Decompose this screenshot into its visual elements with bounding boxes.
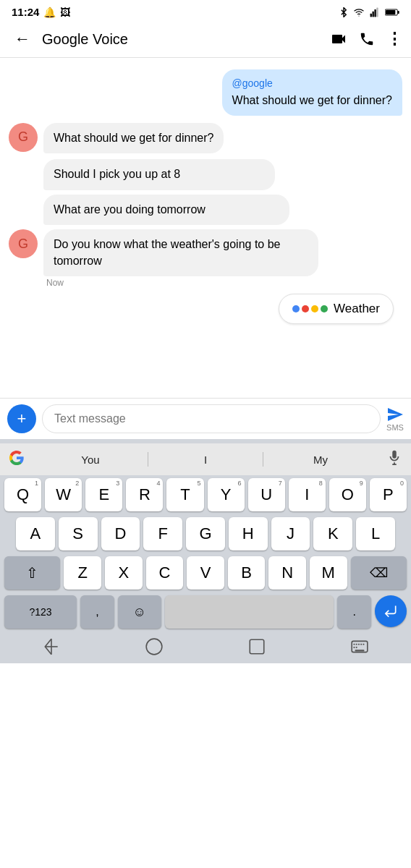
add-icon: + <box>17 409 27 428</box>
signal-icon <box>369 7 381 17</box>
add-button[interactable]: + <box>7 404 36 433</box>
dot-yellow <box>311 305 318 312</box>
key-symbols[interactable]: ?123 <box>4 595 77 629</box>
key-m[interactable]: M <box>310 556 347 590</box>
status-right <box>339 7 399 17</box>
suggestion-label: Weather <box>334 302 380 316</box>
bottom-nav <box>0 631 411 663</box>
key-y[interactable]: Y6 <box>208 478 245 511</box>
key-space[interactable] <box>165 595 334 629</box>
google-g-icon <box>9 450 25 469</box>
received-bubble-4: Do you know what the weather's going to … <box>43 229 318 276</box>
keyboard-suggestions-row: You I My <box>0 443 411 475</box>
chat-area: @google What should we get for dinner? G… <box>0 58 411 398</box>
back-button[interactable]: ← <box>9 27 36 51</box>
key-h[interactable]: H <box>229 517 268 550</box>
svg-rect-5 <box>398 11 399 14</box>
message-row-received-1: G What should we get for dinner? <box>9 123 402 153</box>
avatar-g: G <box>9 123 38 152</box>
status-bar: 11:24 🔔 🖼 <box>0 0 411 21</box>
key-k[interactable]: K <box>313 517 352 550</box>
svg-rect-2 <box>374 9 376 17</box>
key-e[interactable]: E3 <box>85 478 122 511</box>
key-j[interactable]: J <box>271 517 310 550</box>
app-bar-actions: ⋮ <box>330 30 402 48</box>
message-row-sent-1: @google What should we get for dinner? <box>9 69 402 116</box>
send-icon <box>386 406 404 423</box>
key-r[interactable]: R4 <box>126 478 163 511</box>
status-left: 11:24 🔔 🖼 <box>12 6 70 18</box>
notification-icon: 🔔 <box>43 7 56 18</box>
key-shift[interactable]: ⇧ <box>4 556 60 590</box>
received-bubble-3: What are you doing tomorrow <box>43 195 289 225</box>
key-a[interactable]: A <box>16 517 55 550</box>
wifi-icon <box>353 7 365 17</box>
google-dots <box>292 305 328 312</box>
sent-bubble-1: @google What should we get for dinner? <box>222 69 402 116</box>
svg-rect-3 <box>376 7 378 17</box>
key-q[interactable]: Q1 <box>4 478 41 511</box>
key-enter[interactable] <box>375 595 407 627</box>
received-bubble-2: Should I pick you up at 8 <box>43 159 275 190</box>
key-emoji[interactable]: ☺ <box>118 595 161 629</box>
key-z[interactable]: Z <box>64 556 101 590</box>
send-label: SMS <box>386 423 404 432</box>
svg-rect-12 <box>250 639 264 654</box>
key-v[interactable]: V <box>187 556 224 590</box>
svg-rect-1 <box>373 11 374 17</box>
key-g[interactable]: G <box>186 517 225 550</box>
google-suggestion-bubble[interactable]: Weather <box>279 294 394 324</box>
key-w[interactable]: W2 <box>45 478 82 511</box>
key-b[interactable]: B <box>228 556 266 590</box>
nav-back-icon[interactable] <box>42 637 61 656</box>
status-time: 11:24 <box>12 6 39 18</box>
bluetooth-icon <box>339 7 349 17</box>
phone-icon[interactable] <box>359 31 375 47</box>
key-backspace[interactable]: ⌫ <box>351 556 407 590</box>
mic-icon[interactable] <box>386 449 402 469</box>
at-google-label: @google <box>232 77 392 91</box>
key-l[interactable]: L <box>356 517 395 550</box>
text-message-input[interactable] <box>42 404 381 433</box>
key-comma[interactable]: , <box>80 595 114 629</box>
send-button[interactable]: SMS <box>386 406 404 432</box>
key-f[interactable]: F <box>143 517 182 550</box>
sent-message-text-1: What should we get for dinner? <box>232 93 392 109</box>
keyboard-row-3: ⇧ Z X C V B N M ⌫ <box>0 553 411 592</box>
key-period[interactable]: . <box>337 595 371 629</box>
dot-red <box>302 305 309 312</box>
message-time: Now <box>46 278 318 288</box>
keyboard: You I My Q1 W2 E3 R4 T5 Y6 U7 I8 O9 P0 A… <box>0 439 411 663</box>
avatar-g-2: G <box>9 229 38 258</box>
suggestion-you[interactable]: You <box>33 452 148 467</box>
keyboard-row-4: ?123 , ☺ . <box>0 592 411 631</box>
key-t[interactable]: T5 <box>166 478 203 511</box>
received-bubble-1: What should we get for dinner? <box>43 123 224 153</box>
more-options-icon[interactable]: ⋮ <box>386 31 402 47</box>
nav-recents-icon[interactable] <box>247 637 266 656</box>
key-p[interactable]: P0 <box>370 478 407 511</box>
key-d[interactable]: D <box>101 517 140 550</box>
suggestion-i[interactable]: I <box>148 452 263 467</box>
nav-keyboard-icon[interactable] <box>350 637 369 656</box>
key-o[interactable]: O9 <box>329 478 366 511</box>
input-row: + SMS <box>0 398 411 439</box>
key-i[interactable]: I8 <box>289 478 326 511</box>
key-u[interactable]: U7 <box>248 478 285 511</box>
suggestion-my[interactable]: My <box>263 452 378 467</box>
key-n[interactable]: N <box>268 556 306 590</box>
video-call-icon[interactable] <box>330 30 347 48</box>
image-icon: 🖼 <box>60 7 70 18</box>
key-x[interactable]: X <box>105 556 143 590</box>
app-bar: ← Google Voice ⋮ <box>0 21 411 58</box>
dot-green <box>321 305 328 312</box>
keyboard-row-1: Q1 W2 E3 R4 T5 Y6 U7 I8 O9 P0 <box>0 475 411 514</box>
nav-home-icon[interactable] <box>145 637 164 656</box>
app-title: Google Voice <box>42 31 330 48</box>
google-suggestion-row: Weather <box>17 294 394 324</box>
key-s[interactable]: S <box>59 517 98 550</box>
message-row-received-4: G Do you know what the weather's going t… <box>9 229 402 288</box>
battery-icon <box>385 8 399 17</box>
key-c[interactable]: C <box>146 556 184 590</box>
svg-point-11 <box>146 639 162 655</box>
